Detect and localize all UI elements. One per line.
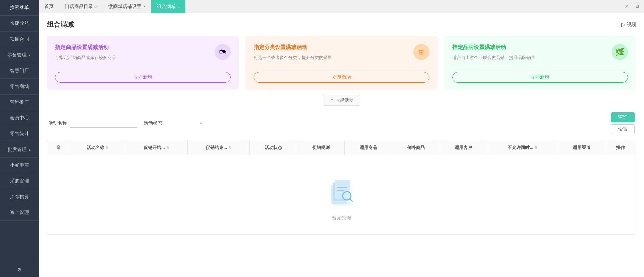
activity-cards: 指定商品设置满减活动 🛍 可指定滞销商品或库存较多商品 立即新增 指定分类设置满… (47, 36, 636, 90)
video-play-icon: ▷ (621, 21, 625, 28)
window-restore-button[interactable]: ⧉ (634, 2, 641, 11)
th-operation: 操作 (605, 140, 636, 155)
tab-combo-discount[interactable]: 组合满减 × (151, 0, 186, 13)
collapse-label: 收起活动 (336, 97, 353, 103)
tab-home-label: 首页 (44, 4, 54, 10)
sidebar-item-xiaochangec[interactable]: 小畅电商 (0, 158, 39, 173)
th-applicable-goods-label: 适用商品 (360, 145, 377, 150)
sort-no-concurrent-icon[interactable]: ⇅ (535, 146, 537, 149)
tab-store-catalog[interactable]: 门店商品目录 × (59, 0, 103, 13)
th-activity-status-label: 活动状态 (265, 145, 282, 150)
filter-activity-name-label: 活动名称 (48, 120, 67, 126)
th-exception-goods: 例外商品 (392, 140, 440, 155)
card-category-icon: ⊞ (413, 44, 429, 60)
card-category-desc: 可选一个或者多个分类，提升分类的销量 (254, 54, 429, 67)
svg-line-9 (350, 199, 352, 201)
tab-wechat-shop[interactable]: 微商城店铺设置 × (103, 0, 151, 13)
tab-combo-discount-close[interactable]: × (178, 4, 180, 9)
chevron-down-icon: ▾ (200, 121, 230, 126)
card-product-add-button[interactable]: 立即新增 (55, 72, 231, 83)
empty-state-icon (325, 175, 358, 209)
data-table: ⚙ 活动名称 ⇅ 促销开始... ⇅ (47, 140, 636, 234)
th-applicable-channel-label: 适用渠道 (573, 145, 590, 150)
activity-name-input[interactable] (70, 119, 137, 128)
table-header: ⚙ 活动名称 ⇅ 促销开始... ⇅ (47, 140, 636, 155)
wholesale-mgmt-arrow-icon: ▲ (28, 148, 31, 152)
video-link-label: 视频 (627, 22, 636, 28)
collapse-bar: ⌃ 收起活动 (47, 95, 636, 106)
tab-combo-discount-label: 组合满减 (157, 4, 176, 10)
card-product-desc: 可指定滞销商品或库存较多商品 (55, 54, 231, 67)
sort-promo-start-icon[interactable]: ⇅ (166, 146, 169, 149)
th-promo-rule: 促销规则 (297, 140, 344, 155)
th-applicable-channel: 适用渠道 (558, 140, 605, 155)
activity-card-category: 指定分类设置满减活动 ⊞ 可选一个或者多个分类，提升分类的销量 立即新增 (245, 36, 437, 90)
tab-wechat-shop-close[interactable]: × (143, 4, 146, 9)
sidebar-item-inventory[interactable]: 库存核算 (0, 189, 39, 205)
tab-bar-actions: ✕ ⧉ (623, 2, 644, 11)
card-category-title: 指定分类设置满减活动 (254, 44, 429, 51)
sidebar-item-wholesale-mgmt[interactable]: 批发管理 ▲ (0, 142, 39, 158)
th-applicable-customer: 适用客户 (440, 140, 487, 155)
th-exception-goods-label: 例外商品 (407, 145, 425, 150)
card-brand-desc: 适合与上游企业联合做营销，提升品牌销量 (452, 54, 628, 67)
filter-actions: 查询 设置 (611, 112, 635, 134)
th-gear[interactable]: ⚙ (47, 140, 70, 155)
sort-activity-name-icon[interactable]: ⇅ (105, 146, 108, 149)
empty-state-row: 暂无数据 (47, 155, 636, 235)
window-close-button[interactable]: ✕ (623, 2, 631, 11)
sidebar-item-membership[interactable]: 会员中心 (0, 110, 39, 126)
sidebar-item-retail-stats[interactable]: 零售统计 (0, 126, 39, 142)
tab-wechat-shop-label: 微商城店铺设置 (108, 4, 141, 10)
card-category-add-button[interactable]: 立即新增 (254, 72, 429, 83)
table-settings-icon[interactable]: ⚙ (56, 145, 61, 150)
sidebar: 搜索菜单 快捷导航 项目合同 零售管理 ▲ 智慧门店 零售商城 营销推广 会员中… (0, 0, 39, 277)
collapse-activity-button[interactable]: ⌃ 收起活动 (323, 95, 360, 106)
activity-card-brand: 指定品牌设置满减活动 🌿 适合与上游企业联合做营销，提升品牌销量 立即新增 (444, 36, 636, 90)
sidebar-item-quick-nav[interactable]: 快捷导航 (0, 16, 39, 32)
th-promo-start: 促销开始... ⇅ (125, 140, 187, 155)
filter-activity-status-label: 活动状态 (144, 120, 163, 126)
card-brand-title: 指定品牌设置满减活动 (452, 44, 628, 51)
card-product-title: 指定商品设置满减活动 (55, 44, 231, 51)
th-activity-status: 活动状态 (250, 140, 297, 155)
th-applicable-customer-label: 适用客户 (455, 145, 472, 150)
th-activity-name-label: 活动名称 (87, 145, 104, 151)
tab-bar: 首页 门店商品目录 × 微商城店铺设置 × 组合满减 × ✕ ⧉ (39, 0, 644, 13)
table-wrapper: ⚙ 活动名称 ⇅ 促销开始... ⇅ (47, 140, 636, 235)
sidebar-search[interactable]: 搜索菜单 (0, 0, 39, 16)
filter-activity-name: 活动名称 (48, 119, 137, 128)
sort-promo-end-icon[interactable]: ⇅ (228, 146, 231, 149)
card-brand-icon: 🌿 (612, 44, 628, 60)
sidebar-settings-icon[interactable]: ⚙ (0, 262, 39, 277)
th-no-concurrent-label: 不允许同时... (508, 145, 533, 151)
filter-activity-status: 活动状态 ▾ (144, 120, 232, 127)
tab-home[interactable]: 首页 (39, 0, 59, 13)
content-area: 组合满减 ▷ 视频 指定商品设置满减活动 🛍 可指定滞销商品或库存较多商品 立即… (39, 13, 644, 277)
th-no-concurrent: 不允许同时... ⇅ (487, 140, 558, 155)
svg-point-8 (344, 193, 349, 198)
sidebar-item-project-contract[interactable]: 项目合同 (0, 32, 39, 47)
settings-button[interactable]: 设置 (611, 124, 635, 134)
query-button[interactable]: 查询 (611, 112, 635, 122)
page-title: 组合满减 (47, 20, 74, 29)
empty-state: 暂无数据 (47, 155, 636, 234)
sidebar-item-purchase-mgmt[interactable]: 采购管理 (0, 173, 39, 189)
card-brand-add-button[interactable]: 立即新增 (452, 72, 628, 83)
tab-store-catalog-label: 门店商品目录 (65, 4, 93, 10)
video-link[interactable]: ▷ 视频 (621, 21, 636, 28)
main-area: 首页 门店商品目录 × 微商城店铺设置 × 组合满减 × ✕ ⧉ 组合满减 ▷ … (39, 0, 644, 277)
table-body: 暂无数据 (47, 155, 636, 235)
th-promo-start-label: 促销开始... (144, 145, 165, 151)
tab-store-catalog-close[interactable]: × (95, 4, 97, 9)
th-promo-end-label: 促销结束... (206, 145, 227, 151)
th-promo-rule-label: 促销规则 (312, 145, 330, 150)
collapse-icon: ⌃ (330, 98, 334, 103)
sidebar-item-retail-mall[interactable]: 零售商城 (0, 79, 39, 95)
sidebar-item-smart-store[interactable]: 智慧门店 (0, 63, 39, 79)
sidebar-item-marketing[interactable]: 营销推广 (0, 95, 39, 110)
sidebar-item-finance[interactable]: 资金管理 (0, 205, 39, 221)
retail-mgmt-arrow-icon: ▲ (28, 53, 31, 57)
sidebar-item-retail-mgmt[interactable]: 零售管理 ▲ (0, 47, 39, 63)
activity-status-select[interactable]: ▾ (165, 120, 232, 127)
